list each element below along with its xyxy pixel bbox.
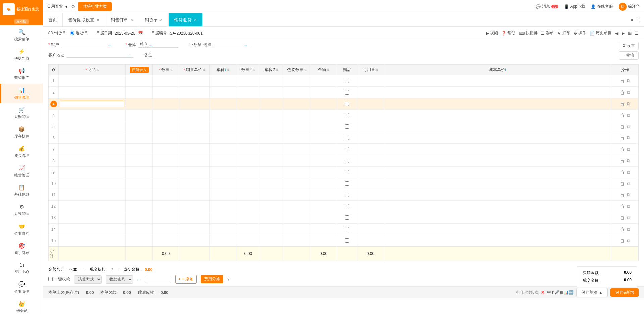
cell-gift-12[interactable]	[337, 201, 357, 212]
copy-icon-15[interactable]: ⧉	[627, 238, 630, 243]
cell-unit-13[interactable]	[179, 212, 210, 223]
cell-unit-8[interactable]	[179, 155, 210, 166]
cell-pkg-5[interactable]	[283, 121, 310, 132]
video-btn[interactable]: ▶ 视频	[486, 30, 498, 36]
delete-icon-9[interactable]: 🗑	[620, 170, 625, 175]
cell-available-9[interactable]	[357, 167, 384, 178]
cell-amount-3[interactable]	[310, 98, 337, 109]
delete-icon-7[interactable]: 🗑	[620, 147, 625, 152]
th-unit2-sort[interactable]: ⇅	[276, 68, 278, 72]
gift-checkbox-2[interactable]	[338, 90, 356, 95]
copy-icon-7[interactable]: ⧉	[627, 146, 630, 152]
cell-price-1[interactable]	[210, 75, 236, 86]
cell-pkg-9[interactable]	[283, 167, 310, 178]
cell-price-13[interactable]	[210, 212, 236, 223]
cell-qty-13[interactable]	[153, 212, 179, 223]
copy-icon-1[interactable]: ⧉	[627, 78, 630, 84]
cell-available-10[interactable]	[357, 178, 384, 189]
delete-icon-13[interactable]: 🗑	[620, 215, 625, 221]
delete-icon-10[interactable]: 🗑	[620, 181, 625, 186]
cell-available-3[interactable]	[357, 98, 384, 109]
cell-gift-10[interactable]	[337, 178, 357, 189]
cell-price-2[interactable]	[210, 87, 236, 98]
cell-pkg-7[interactable]	[283, 144, 310, 155]
history-btn[interactable]: 📄 历史单据	[590, 30, 612, 36]
cell-unit2-11[interactable]	[260, 189, 283, 200]
cell-gift-7[interactable]	[337, 144, 357, 155]
delete-icon-14[interactable]: 🗑	[620, 227, 625, 232]
sidebar-item-采购管理[interactable]: 🛒采购管理	[0, 103, 43, 123]
sidebar-item-搜索菜单[interactable]: 🔍搜索菜单	[0, 25, 43, 45]
cell-qty-5[interactable]	[153, 121, 179, 132]
delete-icon-8[interactable]: 🗑	[620, 158, 625, 164]
print-btn[interactable]: 🖨 打印	[557, 30, 570, 36]
tab-销货单[interactable]: 销货单✕	[139, 13, 169, 26]
cell-unit2-10[interactable]	[260, 178, 283, 189]
cell-gift-15[interactable]	[337, 235, 357, 246]
add-payment-btn[interactable]: + + 添加	[175, 275, 197, 284]
cell-cost-8[interactable]	[384, 155, 611, 166]
cell-product-8[interactable]	[59, 155, 126, 166]
gift-checkbox-5[interactable]	[338, 124, 356, 129]
cell-price-11[interactable]	[210, 189, 236, 200]
user-btn[interactable]: 徐 徐泽华	[619, 3, 640, 11]
cell-gift-13[interactable]	[337, 212, 357, 223]
remark-input[interactable]	[154, 51, 255, 56]
sidebar-item-系统管理[interactable]: ⚙系统管理	[0, 200, 43, 220]
gift-checkbox-7[interactable]	[338, 147, 356, 151]
app-download-btn[interactable]: 📱 App下载	[564, 4, 585, 9]
delete-icon-2[interactable]: 🗑	[620, 90, 625, 95]
copy-icon-13[interactable]: ⧉	[627, 215, 630, 221]
cell-pkg-8[interactable]	[283, 155, 310, 166]
cell-qty2-5[interactable]	[236, 121, 260, 132]
category-select[interactable]: 日用百货 ▼	[47, 4, 68, 9]
cell-cost-7[interactable]	[384, 144, 611, 155]
copy-icon-2[interactable]: ⧉	[627, 89, 630, 95]
cell-qty-10[interactable]	[153, 178, 179, 189]
cell-price-10[interactable]	[210, 178, 236, 189]
next-btn[interactable]: ▶	[622, 31, 625, 36]
cell-qty-11[interactable]	[153, 189, 179, 200]
cell-qty2-9[interactable]	[236, 167, 260, 178]
cell-pkg-1[interactable]	[283, 75, 310, 86]
cell-available-4[interactable]	[357, 110, 384, 121]
cell-product-14[interactable]	[59, 224, 126, 235]
sidebar-item-畅会员[interactable]: 👑畅会员	[0, 297, 43, 314]
cell-unit2-9[interactable]	[260, 167, 283, 178]
cell-gift-8[interactable]	[337, 155, 357, 166]
tab-首页[interactable]: 首页	[43, 13, 63, 26]
th-settings[interactable]: ⚙	[49, 65, 59, 75]
sidebar-item-新手引导[interactable]: 🎯新手引导	[0, 239, 43, 259]
cell-pkg-10[interactable]	[283, 178, 310, 189]
cell-available-11[interactable]	[357, 189, 384, 200]
cell-cost-1[interactable]	[384, 75, 611, 86]
cell-qty2-7[interactable]	[236, 144, 260, 155]
cell-qty-14[interactable]	[153, 224, 179, 235]
copy-icon-8[interactable]: ⧉	[627, 158, 630, 164]
cell-pkg-13[interactable]	[283, 212, 310, 223]
th-price-sort[interactable]: ⇅	[227, 68, 229, 72]
calendar-icon[interactable]: 📅	[138, 31, 143, 36]
cell-qty-9[interactable]	[153, 167, 179, 178]
cell-qty-7[interactable]	[153, 144, 179, 155]
sidebar-item-快捷导航[interactable]: ⚡快捷导航	[0, 45, 43, 64]
cell-product-11[interactable]	[59, 189, 126, 200]
cell-price-9[interactable]	[210, 167, 236, 178]
cell-gift-11[interactable]	[337, 189, 357, 200]
sidebar-item-应用中心[interactable]: 🗂应用中心	[0, 259, 43, 278]
cell-qty2-1[interactable]	[236, 75, 260, 86]
tab-close-3[interactable]: ✕	[160, 18, 163, 22]
customer-dots[interactable]: ...	[108, 42, 111, 47]
cell-unit2-5[interactable]	[260, 121, 283, 132]
cell-cost-12[interactable]	[384, 201, 611, 212]
th-unit-sort[interactable]: ⇅	[203, 68, 205, 72]
delete-icon-6[interactable]: 🗑	[620, 135, 625, 141]
logistics-side-btn[interactable]: + 物流	[619, 51, 639, 60]
cell-available-13[interactable]	[357, 212, 384, 223]
cell-product-15[interactable]	[59, 235, 126, 246]
delete-icon-5[interactable]: 🗑	[620, 124, 625, 129]
cell-unit-9[interactable]	[179, 167, 210, 178]
topbar-settings-icon[interactable]: ⚙	[71, 4, 75, 9]
cell-available-8[interactable]	[357, 155, 384, 166]
select-btn[interactable]: ☰ 选单	[541, 30, 554, 36]
